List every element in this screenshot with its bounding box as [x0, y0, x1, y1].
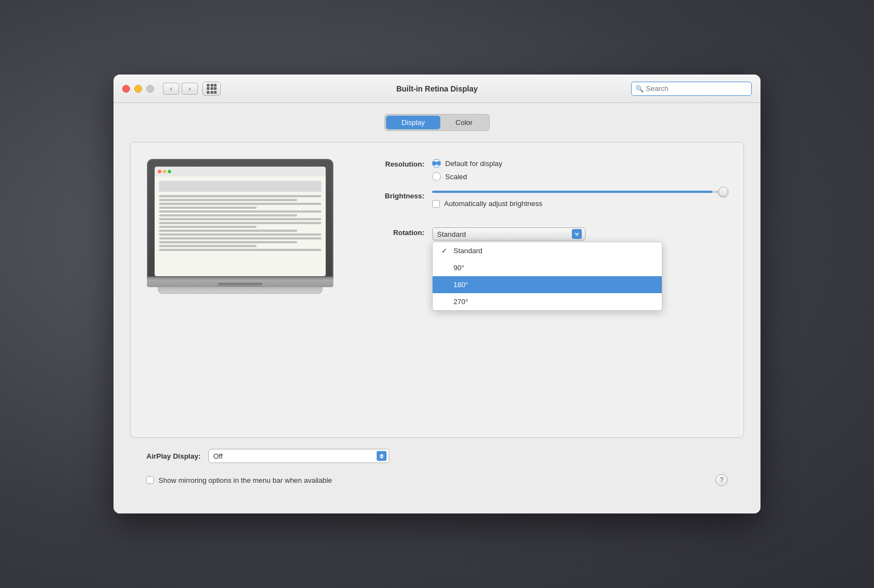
radio-fill	[433, 161, 436, 165]
mirroring-label: Show mirroring options in the menu bar w…	[158, 476, 332, 484]
chevron-icon	[574, 231, 580, 237]
search-input[interactable]	[631, 82, 752, 96]
dropdown-arrow	[572, 229, 582, 239]
screen-line	[159, 241, 297, 243]
window-title: Built-in Retina Display	[396, 84, 478, 93]
rotation-controls: Standard	[432, 227, 727, 241]
resolution-radio-group: Default for display Scaled	[432, 159, 727, 181]
screen-line	[159, 210, 321, 213]
rotation-option-label: 90°	[453, 264, 464, 272]
screen-line	[159, 226, 257, 228]
nav-buttons: ‹ ›	[163, 83, 198, 95]
resolution-row: Resolution: Default for display	[366, 159, 727, 181]
airplay-row: AirPlay Display: Off	[146, 449, 728, 463]
screen-line	[159, 222, 321, 224]
main-panel: Resolution: Default for display	[130, 142, 744, 438]
mirror-row: Show mirroring options in the menu bar w…	[146, 474, 728, 486]
airplay-stepper[interactable]	[377, 451, 387, 461]
minimize-button[interactable]	[134, 85, 142, 93]
laptop-screen	[155, 167, 326, 276]
rotation-label: Rotation:	[366, 227, 432, 237]
tabs: Display Color	[384, 114, 490, 131]
screen-line	[159, 195, 321, 197]
rotation-dropdown-menu: ✓ Standard 90° 180°	[432, 242, 662, 311]
screen-line	[159, 218, 321, 220]
preferences-window: ‹ › Built-in Retina Display 🔍 Display Co…	[113, 75, 761, 513]
content-area: Display Color	[113, 103, 761, 513]
radio-default[interactable]	[432, 159, 441, 168]
resolution-option-default[interactable]: Default for display	[432, 159, 727, 168]
screen-line	[159, 249, 321, 251]
screen-line	[159, 233, 321, 236]
back-icon: ‹	[170, 85, 172, 93]
airplay-value: Off	[213, 452, 223, 460]
screen-content	[155, 167, 326, 276]
screen-dot-green	[168, 170, 171, 173]
screen-line	[159, 214, 297, 216]
brightness-controls: Automatically adjust brightness	[432, 191, 727, 218]
resolution-default-label: Default for display	[445, 159, 502, 168]
brightness-thumb[interactable]	[718, 187, 728, 197]
screen-body	[155, 176, 326, 276]
rotation-option-standard[interactable]: ✓ Standard	[433, 242, 662, 259]
tab-display[interactable]: Display	[386, 116, 440, 129]
back-button[interactable]: ‹	[163, 83, 179, 95]
traffic-lights	[122, 85, 154, 93]
rotation-dropdown[interactable]: Standard	[432, 227, 586, 241]
grid-icon	[207, 84, 217, 94]
rotation-option-label: 270°	[453, 298, 468, 306]
rotation-row: Rotation: Standard	[366, 227, 727, 241]
rotation-option-180[interactable]: 180°	[433, 276, 662, 293]
auto-brightness-row: Automatically adjust brightness	[432, 199, 727, 208]
tab-color[interactable]: Color	[440, 116, 488, 129]
brightness-slider-row	[432, 191, 727, 193]
mirroring-checkbox[interactable]	[146, 476, 154, 484]
forward-icon: ›	[189, 85, 191, 93]
rotation-dropdown-container: Standard	[432, 227, 727, 241]
screen-line	[159, 207, 257, 209]
laptop	[147, 159, 333, 294]
screen-dot-yellow	[163, 170, 166, 173]
screen-menubar	[155, 167, 326, 176]
screen-toolbar	[159, 181, 321, 192]
search-container: 🔍	[631, 82, 752, 96]
laptop-base	[147, 277, 333, 287]
settings-side: Resolution: Default for display	[366, 159, 727, 250]
resolution-controls: Default for display Scaled	[432, 159, 727, 181]
brightness-slider[interactable]	[432, 191, 727, 193]
airplay-label: AirPlay Display:	[146, 452, 201, 460]
brightness-row: Brightness: Automatically adjust brightn…	[366, 191, 727, 218]
screen-line	[159, 230, 297, 232]
auto-brightness-label: Automatically adjust brightness	[444, 199, 542, 208]
resolution-option-scaled[interactable]: Scaled	[432, 172, 727, 181]
brightness-label: Brightness:	[366, 191, 432, 200]
tabs-container: Display Color	[130, 114, 744, 131]
radio-scaled[interactable]	[432, 172, 441, 181]
close-button[interactable]	[122, 85, 130, 93]
airplay-select[interactable]: Off	[208, 449, 389, 463]
rotation-option-label: Standard	[453, 247, 483, 255]
all-prefs-button[interactable]	[202, 82, 221, 96]
forward-button[interactable]: ›	[181, 83, 198, 95]
rotation-option-90[interactable]: 90°	[433, 259, 662, 276]
checkmark-icon: ✓	[441, 247, 449, 255]
screen-line	[159, 199, 297, 201]
rotation-current-value: Standard	[437, 230, 466, 238]
question-mark-icon: ?	[720, 476, 724, 484]
resolution-scaled-label: Scaled	[445, 173, 467, 181]
maximize-button[interactable]	[146, 85, 154, 93]
search-icon: 🔍	[635, 85, 644, 93]
screen-dot-red	[158, 170, 161, 173]
rotation-option-270[interactable]: 270°	[433, 293, 662, 310]
screen-line	[159, 203, 321, 205]
help-button[interactable]: ?	[716, 474, 728, 486]
laptop-screen-outer	[147, 159, 333, 277]
resolution-label: Resolution:	[366, 159, 432, 168]
panel-inner: Resolution: Default for display	[147, 159, 727, 294]
screen-text-lines	[159, 195, 321, 251]
titlebar: ‹ › Built-in Retina Display 🔍	[113, 75, 761, 103]
laptop-bottom	[158, 287, 322, 294]
laptop-illustration	[147, 159, 344, 294]
auto-brightness-checkbox[interactable]	[432, 200, 440, 208]
bottom-area: AirPlay Display: Off Show mirroring opti…	[130, 438, 744, 497]
